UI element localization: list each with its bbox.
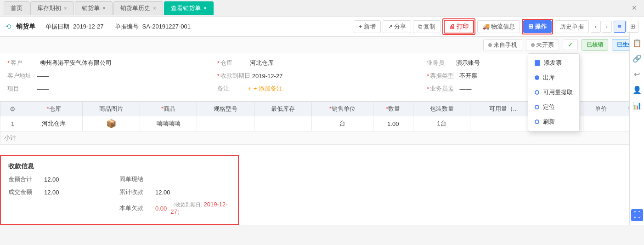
copy-icon: ⧉ — [418, 23, 422, 30]
dropdown-item-add-invoice[interactable]: 添发票 — [528, 56, 579, 70]
ticket-label: 票据类型 — [430, 72, 458, 80]
ops-button[interactable]: ⊞ 操作 — [523, 20, 552, 33]
date-label: 单据日期 — [45, 23, 69, 31]
logistics-button[interactable]: 🚚 物流信息 — [477, 20, 520, 33]
customer-field: * 客户 柳州粤港平安气体有限公司 — [7, 59, 217, 67]
ticket-value: 不开票 — [459, 72, 477, 80]
col-qty: *数量 — [373, 102, 413, 116]
sidebar-expand-icon[interactable]: ⛶ — [631, 209, 643, 221]
open-dot — [531, 43, 535, 47]
summary-box: 收款信息 金额合计 12.00 同单现结 —— 成交金额 12.00 累计收款 … — [0, 155, 239, 225]
col-price: 单价 — [583, 102, 619, 116]
trade-value: 12.00 — [44, 189, 59, 196]
sidebar-return-icon[interactable]: ↩ — [631, 68, 643, 80]
nav-arrows: ‹ › — [591, 21, 612, 33]
col-spec: 规格型号 — [197, 102, 254, 116]
no-value: SA-20191227-001 — [142, 23, 191, 30]
sold-badge[interactable]: 已核销 — [582, 39, 608, 51]
from-mobile-button[interactable]: 来自手机 — [483, 39, 522, 51]
confirm-button[interactable]: ✓ — [563, 40, 578, 50]
address-label: 客户地址 — [7, 72, 35, 80]
right-sidebar: 📋 🔗 ↩ 👤 📊 ⛶ — [629, 33, 644, 225]
sidebar-chart-icon[interactable]: 📊 — [631, 99, 643, 111]
due-date-value: 2019-12-27 — [252, 73, 283, 80]
main-content: ⟲ 销货单 单据日期 2019-12-27 单据编号 SA-20191227-0… — [0, 17, 644, 225]
total-row: 金额合计 12.00 — [8, 175, 119, 183]
add-note-button[interactable]: ＋ + 添加备注 — [247, 85, 282, 93]
ops-highlight: ⊞ 操作 — [522, 19, 553, 34]
sidebar-user-icon[interactable]: 👤 — [631, 84, 643, 96]
cell-qty: 1.00 — [373, 116, 413, 131]
warehouse-field: * 仓库 河北仓库 — [217, 59, 427, 67]
cell-image: 📦 — [82, 116, 140, 131]
global-close-button[interactable]: × — [628, 3, 640, 13]
close-tab-view-sales[interactable]: × — [203, 5, 207, 11]
cell-price — [583, 116, 619, 131]
note-label: 备注 — [217, 85, 245, 93]
cell-no: 1 — [0, 116, 25, 131]
dropdown-item-outbound[interactable]: 出库 — [528, 70, 579, 85]
ops-icon: ⊞ — [528, 23, 533, 30]
tab-inventory[interactable]: 库存期初 × — [30, 1, 74, 15]
close-tab-inventory[interactable]: × — [64, 5, 67, 11]
prev-arrow[interactable]: ‹ — [591, 21, 601, 33]
staff-label: 业务员 — [427, 59, 454, 67]
add-button[interactable]: + 新增 — [354, 20, 381, 33]
same-order-row: 同单现结 —— — [119, 175, 231, 183]
close-tab-sales-history[interactable]: × — [153, 5, 156, 11]
col-gear[interactable]: ⚙ — [0, 102, 25, 116]
trade-row: 成交金额 12.00 — [8, 188, 119, 196]
dropdown-item-locate[interactable]: 定位 — [528, 100, 579, 114]
print-highlight: 🖨 打印 — [442, 18, 475, 35]
cell-warehouse: 河北仓库 — [25, 116, 83, 131]
copy-button[interactable]: ⧉ 复制 — [413, 20, 441, 33]
toolbar: ⟲ 销货单 单据日期 2019-12-27 单据编号 SA-20191227-0… — [0, 17, 644, 37]
subtotal-row: 小计 — [0, 131, 644, 145]
outbound-icon — [535, 75, 539, 80]
dropdown-item-avail-extract[interactable]: 可用量提取 — [528, 85, 579, 100]
cell-min-stock — [254, 116, 312, 131]
subtotal-label: 小计 — [0, 131, 644, 145]
status-bar: 来自手机 未开票 ✓ 已核销 已生效 — [0, 37, 644, 53]
total-value: 12.00 — [44, 176, 59, 183]
toolbar-actions: + 新增 ↗ 分享 ⧉ 复制 🖨 打印 🚚 物流信息 — [354, 18, 638, 35]
print-button[interactable]: 🖨 打印 — [444, 20, 474, 34]
dropdown-item-refresh[interactable]: 刷新 — [528, 114, 579, 129]
history-button[interactable]: 历史单据 — [555, 20, 589, 33]
same-order-label: 同单现结 — [119, 175, 152, 183]
col-min-stock: 最低库存 — [254, 102, 312, 116]
list-view-button[interactable]: ≡ — [614, 21, 626, 33]
close-tab-sales[interactable]: × — [102, 5, 106, 11]
locate-icon — [535, 105, 539, 109]
share-button[interactable]: ↗ 分享 — [383, 20, 411, 33]
owed-value: 0.00 — [155, 205, 167, 212]
cell-spec — [197, 116, 254, 131]
address-value: —— — [37, 73, 49, 80]
tab-sales[interactable]: 销货单 × — [75, 1, 113, 15]
next-arrow[interactable]: › — [602, 21, 612, 33]
gear-icon[interactable]: ⚙ — [10, 105, 16, 113]
doc-icon: ⟲ — [6, 23, 11, 31]
grid-view-button[interactable]: ⊞ — [627, 21, 638, 33]
project-value: —— — [37, 85, 49, 92]
sidebar-link-icon[interactable]: 🔗 — [631, 52, 643, 64]
tab-view-sales[interactable]: 查看销货单 × — [164, 1, 214, 15]
cell-avail — [470, 116, 537, 131]
note-field: 备注 ＋ + 添加备注 — [217, 85, 427, 93]
customer-value: 柳州粤港平安气体有限公司 — [40, 59, 112, 67]
summary-title: 收款信息 — [8, 162, 231, 171]
not-open-button[interactable]: 未开票 — [526, 39, 559, 51]
tab-home[interactable]: 首页 — [4, 1, 29, 15]
add-invoice-icon — [535, 60, 540, 66]
date-value: 2019-12-27 — [73, 23, 104, 30]
cell-pack-qty: 1台 — [413, 116, 470, 131]
tab-sales-history[interactable]: 销货单历史 × — [113, 1, 163, 15]
project-field: 项目 —— — [7, 85, 217, 93]
customer-label: 客户 — [11, 59, 38, 67]
print-icon: 🖨 — [449, 23, 455, 30]
same-order-value: —— — [155, 176, 167, 183]
cumulative-value: 12.00 — [155, 189, 170, 196]
tab-bar: 首页 库存期初 × 销货单 × 销货单历史 × 查看销货单 × × — [0, 0, 644, 17]
sidebar-clipboard-icon[interactable]: 📋 — [631, 37, 643, 49]
due-date-field: * 收款到期日 2019-12-27 — [217, 72, 427, 80]
